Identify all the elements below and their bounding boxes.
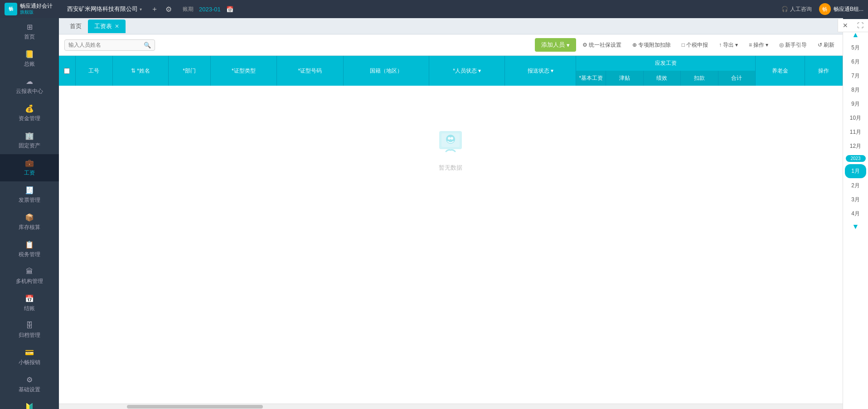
- month-nav-down-button[interactable]: ▼: [850, 221, 861, 233]
- invoice-icon: 🧾: [25, 186, 34, 195]
- filter-icon[interactable]: ▾: [478, 68, 481, 74]
- add-person-button[interactable]: 添加人员 ▾: [535, 38, 576, 52]
- th-id-type: *证型类型: [210, 56, 276, 86]
- user-info[interactable]: 畅 畅应通B组...: [819, 3, 863, 15]
- sidebar-item-label: 首页: [24, 33, 35, 41]
- cloud-icon: ☁: [26, 77, 33, 86]
- tab-salary[interactable]: 工资表 ✕: [88, 19, 126, 33]
- month-item-7[interactable]: 7月: [843, 69, 868, 83]
- search-icon: 🔍: [144, 42, 151, 49]
- month-item-2[interactable]: 2月: [843, 179, 868, 193]
- sidebar-item-multi-org[interactable]: 🏛 多机构管理: [0, 263, 59, 290]
- archive-icon: 🗄: [26, 321, 33, 330]
- sidebar-item-fund[interactable]: 💰 资金管理: [0, 100, 59, 127]
- sidebar-item-salary[interactable]: 💼 工资: [0, 154, 59, 181]
- th-number: 工号: [75, 56, 113, 86]
- month-item-12[interactable]: 12月: [843, 139, 868, 153]
- month-item-10[interactable]: 10月: [843, 111, 868, 125]
- period-value[interactable]: 2023-01: [199, 6, 221, 13]
- month-item-5[interactable]: 5月: [843, 41, 868, 55]
- sidebar-item-archive[interactable]: 🗄 归档管理: [0, 317, 59, 344]
- home-icon: ⊞: [27, 23, 33, 31]
- guide-icon: 🔰: [25, 403, 34, 409]
- operations-button[interactable]: ≡ 操作 ▾: [746, 39, 771, 51]
- special-deduction-icon: ⊕: [632, 42, 637, 48]
- month-item-6[interactable]: 6月: [843, 55, 868, 69]
- empty-state-row: 暂无数据: [59, 86, 843, 208]
- sidebar-item-inventory[interactable]: 📦 库存核算: [0, 209, 59, 236]
- add-company-button[interactable]: ＋: [149, 4, 160, 15]
- guide-btn-icon: ◎: [779, 42, 784, 48]
- search-input[interactable]: [68, 42, 144, 48]
- select-all-checkbox[interactable]: [64, 68, 70, 74]
- refresh-icon: ↺: [818, 42, 822, 48]
- tax-icon: 📋: [25, 240, 34, 249]
- fund-icon: 💰: [25, 104, 34, 113]
- tab-close-icon[interactable]: ✕: [115, 23, 119, 29]
- sidebar-item-label: 工资: [24, 169, 35, 177]
- month-item-3[interactable]: 3月: [843, 193, 868, 207]
- th-salary-group: 应发工资: [576, 56, 756, 71]
- sidebar-item-label: 固定资产: [19, 142, 40, 150]
- th-allowance: 津贴: [606, 71, 644, 86]
- user-name: 畅应通B组...: [834, 5, 863, 13]
- bottom-scrollbar[interactable]: [59, 404, 843, 409]
- sidebar-item-fixed-assets[interactable]: 🏢 固定资产: [0, 127, 59, 154]
- search-input-wrap: 🔍: [64, 39, 155, 51]
- filter-icon2[interactable]: ▾: [551, 68, 553, 74]
- add-person-label: 添加人员: [541, 41, 565, 49]
- close-period-icon: 📅: [25, 294, 34, 303]
- personal-tax-icon: □: [682, 42, 685, 48]
- sidebar-item-label: 资金管理: [19, 115, 40, 122]
- th-deduction: 扣款: [681, 71, 718, 86]
- dropdown-arrow-icon: ▾: [567, 42, 570, 49]
- customer-service-button[interactable]: 🎧 人工咨询: [781, 5, 812, 13]
- sidebar-item-label: 税务管理: [19, 251, 40, 258]
- maximize-panel-button[interactable]: ⛶: [853, 19, 868, 32]
- sidebar-item-settings[interactable]: ⚙ 基础设置: [0, 371, 59, 398]
- sidebar-item-cloud-report[interactable]: ☁ 云报表中心: [0, 73, 59, 100]
- new-guide-button[interactable]: ◎ 新手引导: [776, 39, 810, 51]
- scroll-thumb[interactable]: [127, 405, 263, 409]
- toolbar: 🔍 添加人员 ▾ ⚙ 统一社保设置 ⊕ 专项附加扣除 □ 个税申报: [59, 34, 843, 56]
- calendar-icon[interactable]: 📅: [226, 6, 233, 13]
- sidebar-item-home[interactable]: ⊞ 首页: [0, 18, 59, 45]
- month-item-8[interactable]: 8月: [843, 83, 868, 97]
- sidebar-item-ledger[interactable]: 📒 总账: [0, 45, 59, 73]
- sidebar-item-invoice[interactable]: 🧾 发票管理: [0, 181, 59, 209]
- operations-dropdown-icon: ▾: [766, 42, 768, 48]
- salary-table-wrap: 工号 ⇅ *姓名 *部门 *证型类型 *证型号码 国籍（地区） *人员状态 ▾ …: [59, 56, 843, 404]
- sidebar-item-label: 总账: [24, 60, 35, 68]
- export-button[interactable]: ↑ 导出 ▾: [716, 39, 741, 51]
- sidebar-item-close[interactable]: 📅 结账: [0, 290, 59, 317]
- company-selector[interactable]: 西安矿米网络科技有限公司 ▾: [63, 3, 145, 15]
- sidebar-item-guide[interactable]: 🔰 新手引导: [0, 398, 59, 409]
- th-dept: *部门: [168, 56, 210, 86]
- month-item-4[interactable]: 4月: [843, 207, 868, 221]
- export-icon: ↑: [719, 42, 722, 48]
- right-month-panel: 2023.01 ▲ 5月 6月 7月 8月 9月 10月 11月 12月 202…: [843, 18, 868, 409]
- empty-state: 暂无数据: [59, 86, 843, 208]
- refresh-button[interactable]: ↺ 刷新: [815, 39, 837, 51]
- month-item-11[interactable]: 11月: [843, 125, 868, 139]
- period-label: 账期: [183, 5, 194, 13]
- social-security-button[interactable]: ⚙ 统一社保设置: [580, 39, 624, 51]
- header-actions: ＋ ⚙ 账期 2023-01 📅: [149, 4, 233, 15]
- th-performance: 绩效: [643, 71, 681, 86]
- settings-icon: ⚙: [26, 375, 33, 384]
- settings-icon-button[interactable]: ⚙: [164, 4, 174, 15]
- sidebar-item-label: 云报表中心: [16, 88, 43, 95]
- personal-tax-button[interactable]: □ 个税申报: [679, 39, 711, 51]
- month-item-9[interactable]: 9月: [843, 97, 868, 111]
- close-panel-button[interactable]: ✕: [838, 19, 853, 32]
- sidebar-item-expense[interactable]: 💳 小畅报销: [0, 344, 59, 371]
- th-pension: 养老金: [756, 56, 805, 86]
- month-item-1[interactable]: 1月: [845, 164, 866, 178]
- empty-text: 暂无数据: [439, 164, 462, 172]
- main-layout: ⊞ 首页 📒 总账 ☁ 云报表中心 💰 资金管理 🏢 固定资产 💼 工资 🧾 发…: [0, 18, 868, 409]
- tab-home[interactable]: 首页: [63, 19, 88, 33]
- special-deduction-button[interactable]: ⊕ 专项附加扣除: [630, 39, 674, 51]
- th-total: 合计: [718, 71, 756, 86]
- th-name: ⇅ *姓名: [113, 56, 169, 86]
- sidebar-item-tax[interactable]: 📋 税务管理: [0, 236, 59, 263]
